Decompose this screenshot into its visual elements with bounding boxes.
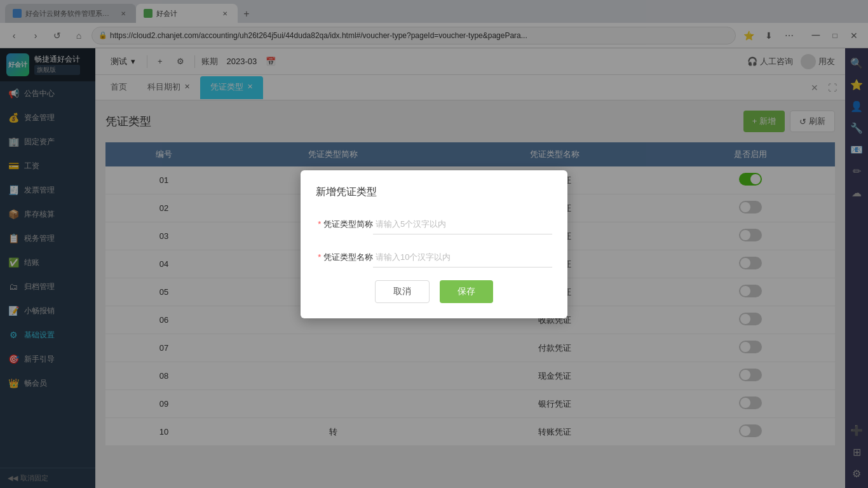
field-abbr-input[interactable] <box>373 214 552 234</box>
field-name-input[interactable] <box>373 247 552 268</box>
field-name-label: 凭证类型名称 <box>316 252 373 263</box>
cancel-button[interactable]: 取消 <box>375 280 430 303</box>
form-field-name: 凭证类型名称 <box>316 247 552 268</box>
dialog-title: 新增凭证类型 <box>316 186 552 199</box>
add-voucher-type-dialog: 新增凭证类型 凭证类型简称 凭证类型名称 取消 保存 <box>301 170 567 318</box>
dialog-overlay: 新增凭证类型 凭证类型简称 凭证类型名称 取消 保存 <box>0 0 868 488</box>
dialog-actions: 取消 保存 <box>316 280 552 303</box>
form-field-abbr: 凭证类型简称 <box>316 214 552 234</box>
field-abbr-label: 凭证类型简称 <box>316 219 373 230</box>
save-button[interactable]: 保存 <box>440 280 493 303</box>
